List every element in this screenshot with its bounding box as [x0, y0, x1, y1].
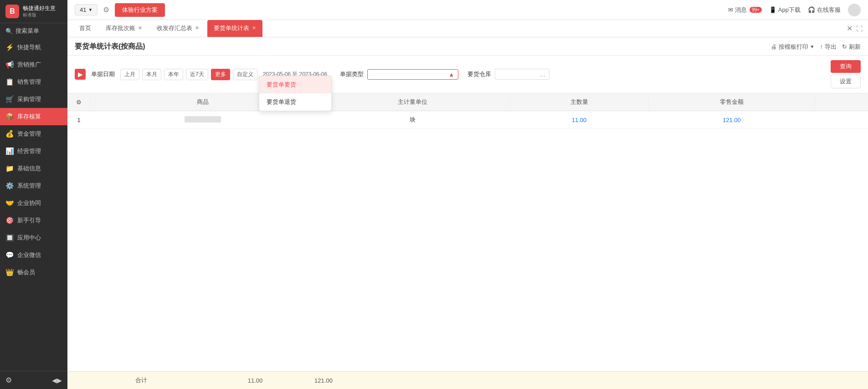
sidebar-logo: B 畅捷通好生意 标准版 — [0, 0, 67, 23]
tab-close-inventory-batch[interactable]: ✕ — [138, 25, 142, 31]
type-filter-input-wrapper: ▲ — [367, 69, 458, 80]
headset-icon: 🎧 — [808, 6, 815, 13]
col-amount: 零售金额 — [648, 93, 815, 111]
date-btn-custom[interactable]: 自定义 — [233, 69, 257, 80]
operations-icon: 📊 — [5, 147, 14, 155]
date-btn-7days[interactable]: 近7天 — [186, 69, 208, 80]
tab-close-receivable-summary[interactable]: ✕ — [195, 25, 199, 31]
settings-gear-icon[interactable]: ⚙ — [103, 5, 109, 14]
row-extra — [815, 111, 868, 129]
sidebar-item-system[interactable]: ⚙️ 系统管理 — [0, 177, 67, 194]
date-btn-this-year[interactable]: 本年 — [164, 69, 183, 80]
sidebar-settings-icon[interactable]: ⚙ — [5, 376, 12, 384]
warehouse-filter-label: 要货仓库 — [467, 70, 491, 78]
row-index: 1 — [67, 111, 90, 129]
print-btn[interactable]: 🖨 按模板打印 ▼ — [771, 43, 815, 51]
warehouse-filter-group: 要货仓库 … — [467, 69, 550, 80]
tab-close-order-summary[interactable]: ✕ — [252, 25, 256, 31]
sidebar-item-basic[interactable]: 📁 基础信息 — [0, 160, 67, 177]
type-filter-chevron[interactable]: ▲ — [448, 71, 454, 78]
set-button[interactable]: 设置 — [831, 75, 861, 88]
sidebar-item-enterprise[interactable]: 🤝 企业协同 — [0, 194, 67, 212]
user-avatar[interactable] — [848, 4, 861, 16]
system-icon: ⚙️ — [5, 182, 14, 190]
sidebar-item-wechat[interactable]: 💬 企业微信 — [0, 246, 67, 264]
sidebar-item-guide[interactable]: 🎯 新手引导 — [0, 212, 67, 229]
type-filter-input[interactable] — [371, 71, 448, 78]
header-right: ✉ 消息 99+ 📱 App下载 🎧 在线客服 — [728, 4, 861, 16]
messages-btn[interactable]: ✉ 消息 99+ — [728, 6, 762, 14]
data-table: ⚙ 商品 主计量单位 主数量 零售金额 1 块 — [67, 93, 868, 129]
type-filter-label: 单据类型 — [340, 70, 364, 78]
sidebar-search[interactable]: 🔍 搜索菜单 — [0, 23, 67, 39]
page-title: 要货单统计表(按商品) — [75, 42, 145, 51]
basic-icon: 📁 — [5, 164, 14, 173]
messages-badge: 99+ — [750, 7, 762, 13]
sidebar-item-marketing[interactable]: 📢 营销推广 — [0, 56, 67, 73]
tab-close-all-icon[interactable]: ✕ — [847, 24, 853, 33]
app-logo-text: 畅捷通好生意 标准版 — [23, 5, 56, 18]
main-area: 41 ▼ ⚙ 体验行业方案 ✉ 消息 99+ 📱 App下载 🎧 在线客服 — [67, 0, 868, 389]
online-service-btn[interactable]: 🎧 在线客服 — [808, 6, 841, 14]
col-qty: 主数量 — [510, 93, 648, 111]
finance-icon: 💰 — [5, 130, 14, 138]
app-logo-icon: B — [5, 5, 19, 18]
tab-order-summary[interactable]: 要货单统计表 ✕ — [207, 20, 262, 37]
footer-total-qty: 11.00 — [228, 377, 282, 384]
refresh-btn[interactable]: ↻ 刷新 — [842, 43, 861, 51]
query-button[interactable]: 查询 — [831, 60, 861, 73]
dropdown-item-order-return[interactable]: 要货单退货 — [259, 93, 331, 111]
table-footer: 合计 11.00 121.00 — [67, 371, 868, 389]
sidebar-item-apps[interactable]: 🔲 应用中心 — [0, 229, 67, 246]
member-icon: 👑 — [5, 268, 14, 276]
sidebar-item-purchase[interactable]: 🛒 采购管理 — [0, 91, 67, 108]
sidebar-nav: ⚡ 快捷导航 📢 营销推广 📋 销售管理 🛒 采购管理 📦 库存核算 💰 资金管… — [0, 39, 67, 371]
date-filter-group: 上月 本月 本年 近7天 更多 自定义 — [120, 69, 257, 80]
export-icon: ↑ — [820, 43, 823, 50]
page-actions: 🖨 按模板打印 ▼ ↑ 导出 ↻ 刷新 — [771, 43, 861, 51]
sidebar-item-inventory[interactable]: 📦 库存核算 — [0, 108, 67, 125]
warehouse-filter-input[interactable]: … — [495, 69, 550, 80]
date-btn-more[interactable]: 更多 — [211, 69, 230, 80]
sidebar-item-member[interactable]: 👑 畅会员 — [0, 264, 67, 281]
row-amount[interactable]: 121.00 — [648, 111, 815, 129]
sidebar-bottom: ⚙ ◀▶ — [0, 371, 67, 389]
quick-nav-icon: ⚡ — [5, 43, 14, 51]
store-selector[interactable]: 41 ▼ — [75, 4, 98, 15]
print-dropdown-icon: ▼ — [810, 44, 815, 49]
footer-total-label: 合计 — [96, 376, 187, 384]
sidebar-item-quick-nav[interactable]: ⚡ 快捷导航 — [0, 39, 67, 56]
tab-end-buttons: ✕ ⛶ — [847, 24, 863, 33]
filter-actions: 查询 设置 — [831, 60, 861, 88]
sidebar-item-operations[interactable]: 📊 经营管理 — [0, 143, 67, 160]
tab-inventory-batch[interactable]: 库存批次账 ✕ — [99, 20, 149, 37]
filter-expand-btn[interactable]: ▶ — [75, 69, 86, 80]
tab-home[interactable]: 首页 — [73, 20, 98, 37]
tab-maximize-icon[interactable]: ⛶ — [856, 25, 863, 32]
footer-total-amount: 121.00 — [296, 377, 351, 384]
col-extra — [815, 93, 868, 111]
dropdown-item-order-goods[interactable]: 要货单要货 — [259, 76, 331, 93]
sidebar-item-finance[interactable]: 💰 资金管理 — [0, 125, 67, 143]
print-icon: 🖨 — [771, 43, 777, 50]
guide-icon: 🎯 — [5, 216, 14, 225]
sidebar-collapse-btn[interactable]: ◀▶ — [52, 377, 62, 384]
row-qty[interactable]: 11.00 — [510, 111, 648, 129]
date-btn-last-month[interactable]: 上月 — [120, 69, 139, 80]
tabs-bar: 首页 库存批次账 ✕ 收发存汇总表 ✕ 要货单统计表 ✕ ✕ ⛶ — [67, 20, 868, 37]
app-download-btn[interactable]: 📱 App下载 — [769, 6, 801, 14]
trial-button[interactable]: 体验行业方案 — [115, 3, 165, 17]
header-left: 41 ▼ ⚙ 体验行业方案 — [75, 3, 165, 17]
apps-icon: 🔲 — [5, 234, 14, 242]
filter-bar: ▶ 单据日期 上月 本月 本年 近7天 更多 自定义 2023-05-06 至 … — [67, 56, 868, 93]
date-btn-this-month[interactable]: 本月 — [142, 69, 161, 80]
col-settings[interactable]: ⚙ — [67, 93, 90, 111]
tab-receivable-summary[interactable]: 收发存汇总表 ✕ — [150, 20, 205, 37]
export-btn[interactable]: ↑ 导出 — [820, 43, 837, 51]
enterprise-icon: 🤝 — [5, 199, 14, 207]
wechat-icon: 💬 — [5, 251, 14, 259]
refresh-icon: ↻ — [842, 43, 847, 50]
sidebar: B 畅捷通好生意 标准版 🔍 搜索菜单 ⚡ 快捷导航 📢 营销推广 📋 销售管理… — [0, 0, 67, 389]
sidebar-item-sales[interactable]: 📋 销售管理 — [0, 73, 67, 91]
date-filter-label: 单据日期 — [91, 70, 115, 78]
